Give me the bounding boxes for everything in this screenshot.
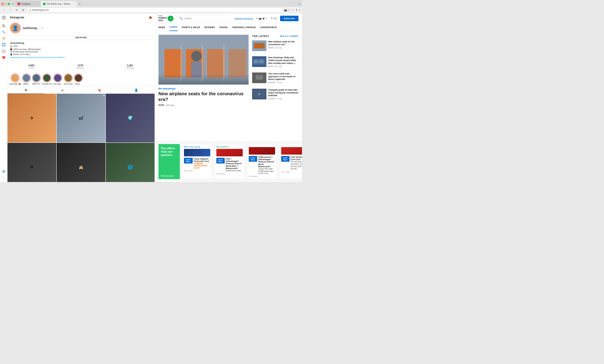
ig-tab-grid[interactable]: ⊞ bbox=[8, 87, 44, 94]
forward-button[interactable]: → bbox=[8, 8, 13, 13]
ig-post-4[interactable]: ✈ bbox=[8, 143, 56, 182]
highlight-unbo[interactable]: UNBO... bbox=[22, 74, 31, 85]
tpg-story-1[interactable]: New airplane seats for the coronavirus e… bbox=[252, 40, 298, 54]
tpg-story-3[interactable]: Your next credit card approval is in the… bbox=[252, 73, 298, 86]
sidebar-icon-settings[interactable]: ⚙️ bbox=[1, 169, 6, 174]
sidebar-icon-explore[interactable]: 🧭 bbox=[1, 36, 6, 41]
tpg-tab-title: The Points Guy – Maximize you... bbox=[47, 3, 72, 5]
advertiser-disclosure-link[interactable]: Advertiser Disclosure bbox=[235, 17, 253, 20]
highlight-insane[interactable]: Insane ... bbox=[74, 74, 83, 85]
ig-tab-igtv[interactable]: ▶ bbox=[44, 87, 81, 94]
ig-tab-tagged[interactable]: 👤 bbox=[118, 87, 155, 94]
tpg-card-citi-aa-name: Citi® / AAdvantage® Platinum Select® Wor… bbox=[226, 158, 243, 170]
highlight-kyoto[interactable]: Kyoto 2019 bbox=[63, 74, 73, 85]
nav-travel[interactable]: TRAVEL bbox=[219, 24, 228, 31]
ig-handle: @ZachHonig bbox=[10, 42, 152, 44]
sidebar-icon-more[interactable]: ⋯ bbox=[1, 175, 6, 180]
tpg-search-box[interactable]: 🔍 bbox=[177, 15, 231, 21]
tpg-card-chase-learn-more[interactable]: Learn More bbox=[184, 158, 193, 163]
tpg-hero-content: Ben Mutzabaugh New airplane seats for th… bbox=[159, 35, 249, 138]
tpg-card-citi-biz-learn-more[interactable]: Learn More bbox=[249, 156, 257, 162]
nav-coronavirus[interactable]: CORONAVIRUS bbox=[260, 24, 277, 31]
tpg-logo: THE POINTS GUY ↗ bbox=[159, 15, 174, 22]
instagram-social-icon[interactable]: 📷 bbox=[259, 17, 262, 20]
ig-followers-count: 117k bbox=[76, 64, 84, 67]
ig-highlights: Quarantine 🍎 UNBO... EWR-CPT SOUND ON Fr… bbox=[8, 72, 155, 86]
back-button[interactable]: ← bbox=[1, 8, 6, 13]
instagram-favicon bbox=[17, 3, 20, 5]
tab-tpg[interactable]: The Points Guy – Maximize you... × bbox=[41, 1, 76, 7]
close-button[interactable] bbox=[1, 3, 4, 5]
browser-search-icon[interactable]: 🔍 bbox=[298, 3, 301, 5]
ig-profile-info: zachhonig ✓ ○ bbox=[23, 26, 43, 30]
highlight-ewr[interactable]: EWR-CPT bbox=[32, 74, 41, 85]
tpg-card-citi-aa-badge: New Benefits bbox=[216, 146, 243, 148]
subscribe-button[interactable]: Subscribe bbox=[280, 16, 298, 21]
tpg-partner-offers: Top offers from our partners How we chos… bbox=[155, 141, 302, 182]
nav-cards[interactable]: CARDS bbox=[170, 24, 177, 31]
tpg-story-1-cat: NEWS bbox=[268, 47, 274, 49]
tpg-location: 📍 US bbox=[270, 17, 277, 20]
highlight-sound[interactable]: SOUND ON bbox=[42, 74, 52, 85]
ig-post-3[interactable]: 🌍 bbox=[106, 94, 155, 142]
tpg-favicon bbox=[43, 3, 46, 5]
share-icon[interactable]: ⬆ bbox=[296, 9, 298, 11]
tpg-card-citi-biz-info: CitiBusiness® / AAdvantage® Platinum Sel… bbox=[258, 156, 275, 174]
tpg-card-chase-badge: Best Total Value bbox=[184, 146, 210, 148]
ig-post-5[interactable]: 👰 bbox=[57, 143, 105, 182]
new-tab-button[interactable]: + bbox=[77, 2, 82, 6]
nav-points-miles[interactable]: POINTS & MILES bbox=[182, 24, 200, 31]
tpg-story-4[interactable]: H Complete guide to hotel elite status d… bbox=[252, 89, 298, 102]
sidebar-icon-profile[interactable] bbox=[1, 42, 6, 47]
edit-profile-button[interactable]: Edit Profile bbox=[10, 35, 152, 40]
grid-button[interactable]: ⊞ bbox=[21, 8, 26, 13]
minimize-button[interactable] bbox=[5, 3, 7, 5]
ig-post-2[interactable]: 🛋 ◉ bbox=[57, 94, 105, 142]
tab-close-icon[interactable]: × bbox=[37, 3, 38, 5]
ig-tab-saved[interactable]: 🔖 bbox=[81, 87, 118, 94]
ig-settings-icon[interactable]: ○ bbox=[41, 26, 43, 30]
twitter-icon[interactable]: t bbox=[266, 17, 267, 20]
sidebar-icon-instagram[interactable] bbox=[1, 15, 6, 20]
ig-post-icon[interactable]: 📤 bbox=[149, 16, 152, 19]
youtube-icon[interactable]: ▶ bbox=[263, 17, 265, 20]
tpg-tab-close-icon[interactable]: × bbox=[73, 3, 75, 5]
highlight-upgrade[interactable]: Free upgr... bbox=[53, 74, 62, 85]
tpg-card-citi-cash-learn-more[interactable]: Learn More bbox=[281, 156, 289, 162]
tab-instagram[interactable]: Instagram × bbox=[15, 1, 40, 7]
airplay-icon[interactable]: ▷ bbox=[289, 9, 290, 11]
tpg-card-citi-aa-learn-more[interactable]: Learn More bbox=[216, 158, 225, 163]
sidebar-icon-notifications[interactable]: ❤️ bbox=[1, 55, 6, 60]
tpg-story-2[interactable]: How American, Delta and United should re… bbox=[252, 56, 298, 70]
ig-tab-bar: ⊞ ▶ 🔖 👤 bbox=[8, 86, 155, 94]
ig-profile-link[interactable]: thepointsguy.com/news/grounded-aircraft-… bbox=[10, 56, 152, 58]
nav-personal-finance[interactable]: PERSONAL FINANCE bbox=[232, 24, 256, 31]
avatar: 👤 bbox=[10, 23, 21, 34]
sidebar-icon-search[interactable]: 🔍 bbox=[1, 29, 6, 34]
tpg-card-citi-cash-info: Citi® Double Cash Card 2% cash back on p… bbox=[291, 156, 302, 170]
camera-icon[interactable]: 📷 bbox=[284, 9, 287, 11]
nav-reviews[interactable]: REVIEWS bbox=[204, 24, 215, 31]
menu-icon[interactable]: ≡ bbox=[299, 9, 301, 11]
sidebar-icon-home[interactable]: 🏠 bbox=[1, 23, 6, 28]
tpg-see-all-stories[interactable]: SEE ALL STORIES bbox=[280, 35, 299, 37]
facebook-icon[interactable]: f bbox=[257, 17, 257, 20]
tpg-card-chase-row: Learn More Chase Sapphire Preferred® Car… bbox=[184, 158, 210, 169]
refresh-button[interactable]: ↻ bbox=[14, 8, 19, 13]
ig-post-6[interactable]: 🌐 bbox=[106, 143, 155, 182]
ig-post-1[interactable]: ✈ □ bbox=[8, 94, 56, 142]
refresh-icon[interactable]: ↻ bbox=[12, 3, 14, 5]
maximize-button[interactable] bbox=[8, 3, 10, 5]
tpg-article-author[interactable]: Ben Mutzabaugh bbox=[159, 88, 249, 90]
address-bar[interactable]: 🔒 thepointsguy.com bbox=[27, 8, 283, 13]
tpg-latest-title: THE LATEST bbox=[252, 35, 269, 38]
sidebar-icon-messages[interactable]: 💬 bbox=[1, 49, 6, 54]
star-icon[interactable]: ☆ bbox=[292, 9, 294, 11]
search-input[interactable] bbox=[184, 17, 229, 20]
tpg-how-we-chose[interactable]: How we chose bbox=[161, 175, 177, 177]
highlight-quarantine[interactable]: Quarantine 🍎 bbox=[9, 74, 21, 85]
ig-bio-location: 🏢 NYC bbox=[10, 45, 152, 48]
tpg-story-1-info: New airplane seats for the coronavirus e… bbox=[268, 40, 298, 51]
ig-header: Instagram 📤 bbox=[8, 13, 155, 21]
nav-news[interactable]: NEWS bbox=[159, 24, 165, 31]
